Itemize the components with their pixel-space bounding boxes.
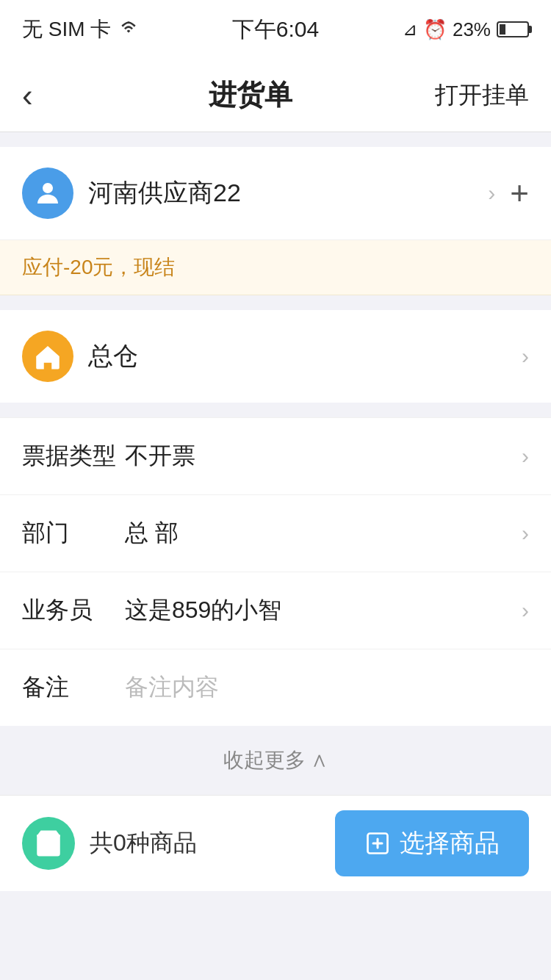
collapse-label: 收起更多 ∧ [223,746,328,774]
remark-row[interactable]: 备注 备注内容 [0,649,551,726]
divider-1 [0,295,551,310]
top-divider [0,132,551,147]
warehouse-chevron-icon: › [522,344,529,369]
alarm-icon: ⏰ [423,18,447,41]
invoice-label: 票据类型 [22,440,125,472]
page-title: 进货单 [209,76,292,114]
form-section: 票据类型 不开票 › 部门 总 部 › 业务员 这是859的小智 › 备注 备注… [0,417,551,726]
add-button[interactable]: + [510,175,529,212]
open-pending-button[interactable]: 打开挂单 [435,79,529,112]
status-time: 下午6:04 [232,15,319,45]
cart-icon [33,828,64,859]
battery-icon [497,21,529,37]
warehouse-section: 总仓 › [0,310,551,403]
status-right: ⊿ ⏰ 23% [403,18,529,41]
person-icon [32,178,63,209]
department-value: 总 部 [125,517,522,550]
invoice-chevron-icon: › [522,444,529,469]
department-label: 部门 [22,517,125,550]
svg-point-0 [43,183,53,193]
invoice-value: 不开票 [125,440,522,472]
department-chevron-icon: › [522,521,529,546]
nav-bar: ‹ 进货单 打开挂单 [0,59,551,132]
notice-bar: 应付-20元，现结 [0,240,551,295]
salesman-row[interactable]: 业务员 这是859的小智 › [0,572,551,649]
warehouse-row[interactable]: 总仓 › [0,310,551,403]
status-left: 无 SIM 卡 [22,15,139,43]
cart-icon-wrap [22,817,75,870]
salesman-chevron-icon: › [522,598,529,623]
wifi-icon [118,18,139,41]
notice-text: 应付-20元，现结 [22,256,175,278]
supplier-section: 河南供应商22 › + 应付-20元，现结 [0,147,551,295]
house-icon [32,341,63,372]
salesman-value: 这是859的小智 [125,594,522,627]
back-button[interactable]: ‹ [22,77,66,114]
select-product-label: 选择商品 [400,826,500,860]
bottom-bar: 共0种商品 选择商品 [0,795,551,891]
page-background [0,891,551,980]
warehouse-icon-wrap [22,331,73,382]
supplier-chevron-icon: › [488,181,495,206]
status-bar: 无 SIM 卡 下午6:04 ⊿ ⏰ 23% [0,0,551,59]
remark-label: 备注 [22,671,125,704]
divider-2 [0,403,551,417]
collapse-row[interactable]: 收起更多 ∧ [0,726,551,795]
product-count: 共0种商品 [90,827,320,860]
warehouse-name: 总仓 [88,339,522,373]
remark-input[interactable]: 备注内容 [125,671,529,704]
battery-text: 23% [453,18,491,41]
carrier-text: 无 SIM 卡 [22,15,111,43]
supplier-avatar [22,167,73,219]
department-row[interactable]: 部门 总 部 › [0,494,551,572]
supplier-row[interactable]: 河南供应商22 › + [0,147,551,240]
select-product-icon [364,830,391,857]
invoice-row[interactable]: 票据类型 不开票 › [0,417,551,494]
salesman-label: 业务员 [22,594,125,627]
location-icon: ⊿ [403,19,417,40]
select-product-button[interactable]: 选择商品 [335,810,529,876]
supplier-name: 河南供应商22 [88,176,488,210]
